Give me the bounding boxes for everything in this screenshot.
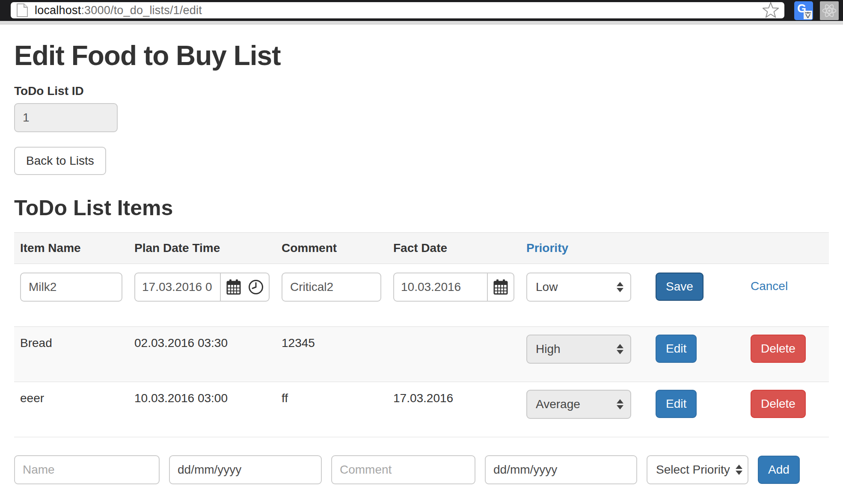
- fact-date-input[interactable]: [394, 273, 487, 301]
- translate-bubble-icon: [804, 11, 812, 19]
- calendar-icon[interactable]: [226, 279, 241, 295]
- clock-icon[interactable]: [248, 279, 264, 295]
- column-header-item-name: Item Name: [14, 233, 128, 264]
- add-item-form: Select Priority Add: [14, 455, 829, 484]
- edit-button[interactable]: Edit: [656, 390, 697, 418]
- select-arrows-icon: [617, 282, 623, 292]
- plan-date-time-cell: 02.03.2016 03:30: [128, 327, 276, 382]
- date-picker-addon: [487, 273, 514, 301]
- comment-cell: ff: [276, 382, 387, 437]
- save-button[interactable]: Save: [656, 273, 703, 301]
- priority-select-value: Average: [536, 397, 580, 411]
- todo-items-table: Item Name Plan Date Time Comment Fact Da…: [14, 232, 829, 437]
- column-header-comment: Comment: [276, 233, 387, 264]
- item-name-cell: Bread: [14, 327, 128, 382]
- comment-input[interactable]: [282, 273, 381, 302]
- page-icon: [16, 3, 29, 18]
- column-header-actions-2: [745, 233, 829, 264]
- select-arrows-icon: [617, 344, 623, 354]
- item-name-input[interactable]: [20, 273, 122, 302]
- fact-date-cell: 17.03.2016: [387, 382, 520, 437]
- url-host: localhost: [35, 4, 81, 17]
- table-header-row: Item Name Plan Date Time Comment Fact Da…: [14, 233, 829, 264]
- chrome-divider: [0, 21, 843, 24]
- todo-list-id-label: ToDo List ID: [14, 84, 829, 98]
- browser-chrome: localhost:3000/to_do_lists/1/edit G: [0, 0, 843, 21]
- react-devtools-icon[interactable]: [820, 1, 839, 20]
- fact-date-cell: [387, 327, 520, 382]
- priority-select[interactable]: High: [526, 335, 631, 364]
- plan-date-time-cell: 10.03.2016 03:00: [128, 382, 276, 437]
- priority-select[interactable]: Low: [526, 273, 631, 302]
- add-button[interactable]: Add: [758, 456, 800, 484]
- new-plan-date-input[interactable]: [169, 455, 322, 484]
- new-item-name-input[interactable]: [14, 455, 160, 484]
- items-heading: ToDo List Items: [14, 196, 829, 220]
- delete-button[interactable]: Delete: [751, 390, 806, 418]
- translate-extension-icon[interactable]: G: [794, 1, 813, 20]
- fact-date-input-group: [393, 273, 514, 302]
- page-title: Edit Food to Buy List: [14, 40, 829, 71]
- table-row-editing: Low Save Cancel: [14, 264, 829, 327]
- delete-button[interactable]: Delete: [751, 335, 806, 363]
- new-priority-select[interactable]: Select Priority: [647, 455, 748, 484]
- calendar-icon[interactable]: [493, 279, 508, 295]
- priority-select-value: High: [536, 342, 561, 356]
- comment-cell: 12345: [276, 327, 387, 382]
- bookmark-star-icon[interactable]: [762, 2, 779, 19]
- priority-select-value: Low: [536, 280, 558, 294]
- column-header-plan-date-time: Plan Date Time: [128, 233, 276, 264]
- new-comment-input[interactable]: [331, 455, 475, 484]
- cancel-link[interactable]: Cancel: [751, 273, 788, 293]
- address-bar[interactable]: localhost:3000/to_do_lists/1/edit: [11, 2, 784, 18]
- plan-date-time-input[interactable]: [135, 273, 220, 301]
- url-path: :3000/to_do_lists/1/edit: [81, 4, 202, 17]
- page-content: Edit Food to Buy List ToDo List ID Back …: [0, 40, 843, 484]
- url-text: localhost:3000/to_do_lists/1/edit: [35, 4, 202, 17]
- priority-select-value: Select Priority: [656, 463, 730, 477]
- column-header-actions-1: [650, 233, 745, 264]
- item-name-cell: eeer: [14, 382, 128, 437]
- priority-select[interactable]: Average: [526, 390, 631, 419]
- column-header-priority-link[interactable]: Priority: [526, 241, 568, 255]
- edit-button[interactable]: Edit: [656, 335, 697, 363]
- column-header-fact-date: Fact Date: [387, 233, 520, 264]
- table-row: eeer 10.03.2016 03:00 ff 17.03.2016 Aver…: [14, 382, 829, 437]
- datetime-picker-addon: [220, 273, 269, 301]
- todo-list-id-input: [14, 103, 118, 132]
- select-arrows-icon: [617, 399, 623, 409]
- new-fact-date-input[interactable]: [485, 455, 637, 484]
- plan-date-time-input-group: [134, 273, 270, 302]
- todo-list-id-group: ToDo List ID: [14, 84, 829, 132]
- table-row: Bread 02.03.2016 03:30 12345 High Edit D…: [14, 327, 829, 382]
- select-arrows-icon: [736, 465, 742, 475]
- back-to-lists-button[interactable]: Back to Lists: [14, 147, 106, 175]
